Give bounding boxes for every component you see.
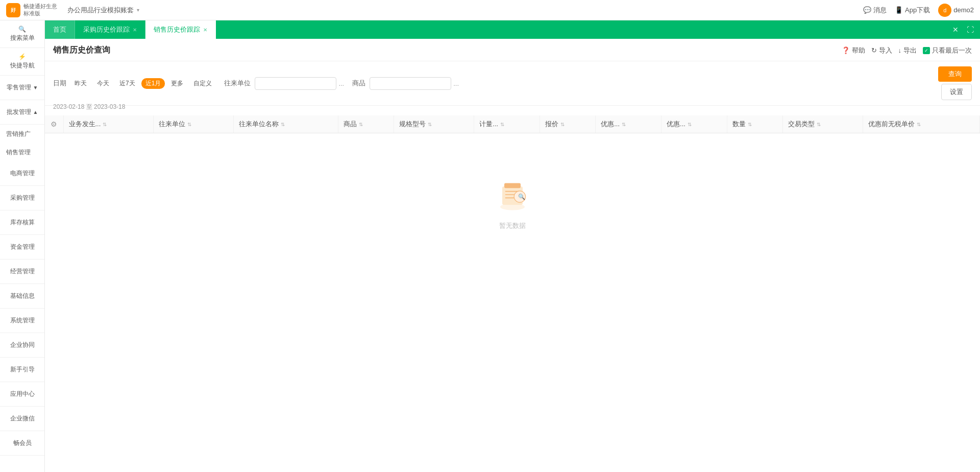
tab-sales-history[interactable]: 销售历史价跟踪 ✕ [145, 20, 216, 39]
logo-text: 畅捷通好生意 标准版 [23, 3, 57, 16]
avatar: d [938, 4, 951, 17]
th-unit[interactable]: 计量... ⇅ [474, 115, 540, 133]
import-button[interactable]: ↻ 导入 [871, 46, 892, 55]
sort-icon-partner-code: ⇅ [187, 122, 191, 127]
query-button[interactable]: 查询 [938, 66, 972, 82]
th-pretax-price[interactable]: 优惠前无税单价 ⇅ [863, 115, 979, 133]
sort-icon-quantity: ⇅ [748, 122, 752, 127]
top-bar: 好 畅捷通好生意 标准版 办公用品行业模拟账套 ▾ 💬 消息 📱 App下载 d… [0, 0, 980, 20]
export-button[interactable]: ↓ 导出 [898, 46, 917, 55]
logo-icon: 好 [6, 3, 20, 17]
top-bar-left: 好 畅捷通好生意 标准版 [6, 3, 57, 17]
app-download-button[interactable]: 📱 App下载 [895, 6, 930, 15]
partner-label: 往来单位 [224, 79, 251, 88]
svg-text:🔍: 🔍 [518, 193, 525, 200]
help-button[interactable]: ❓ 帮助 [842, 46, 865, 55]
date-pills: 昨天 今天 近7天 近1月 更多 自定义 [70, 78, 216, 89]
dropdown-icon[interactable]: ▾ [137, 7, 139, 13]
top-bar-right: 💬 消息 📱 App下载 d demo2 [863, 4, 974, 17]
sidebar-item-search[interactable]: 🔍 搜索菜单 [0, 20, 44, 48]
sidebar-item-operations[interactable]: 经营管理 [0, 259, 44, 284]
table-gear-icon[interactable]: ⚙ [51, 120, 57, 128]
th-partner-name[interactable]: 往来单位名称 ⇅ [234, 115, 338, 133]
message-button[interactable]: 💬 消息 [863, 6, 887, 15]
sidebar: 🔍 搜索菜单 ⚡ 快捷导航 零售管理 ▼ 批发管理 ▲ 营销推广 销售管理 电商… [0, 20, 45, 472]
chevron-down-icon: ▼ [33, 85, 38, 90]
app-title: 办公用品行业模拟账套 [67, 6, 134, 15]
only-last-checkbox[interactable]: ✓ 只看最后一次 [923, 46, 972, 55]
goods-dots-button[interactable]: ... [453, 80, 459, 87]
sidebar-item-guide[interactable]: 新手引导 [0, 358, 44, 382]
filter-buttons: 查询 设置 [938, 66, 972, 100]
search-icon: 🔍 [18, 26, 26, 33]
date-filter-group: 日期 昨天 今天 近7天 近1月 更多 自定义 [53, 78, 216, 89]
filter-settings-button[interactable]: 设置 [941, 84, 972, 100]
filter-bar: 日期 昨天 今天 近7天 近1月 更多 自定义 往来单位 ... [45, 61, 980, 106]
sidebar-item-sales[interactable]: 销售管理 [0, 143, 44, 161]
sidebar-item-wechat[interactable]: 企业微信 [0, 407, 44, 431]
sort-icon-goods: ⇅ [359, 122, 363, 127]
date-today[interactable]: 今天 [93, 78, 113, 89]
tab-purchase-history[interactable]: 采购历史价跟踪 ✕ [75, 20, 145, 39]
th-trade-type[interactable]: 交易类型 ⇅ [783, 115, 863, 133]
data-table: ⚙ 业务发生... ⇅ 往来单位 [45, 115, 980, 133]
tab-bar: 首页 采购历史价跟踪 ✕ 销售历史价跟踪 ✕ ✕ ⛶ [45, 20, 980, 39]
tab-close-purchase[interactable]: ✕ [133, 27, 137, 33]
date-label: 日期 [53, 79, 66, 88]
sidebar-item-finance[interactable]: 资金管理 [0, 235, 44, 259]
th-discount2[interactable]: 优惠... ⇅ [662, 115, 727, 133]
sidebar-item-inventory[interactable]: 库存核算 [0, 210, 44, 235]
sidebar-item-purchase[interactable]: 采购管理 [0, 186, 44, 210]
sidebar-item-retail[interactable]: 零售管理 ▼ [0, 76, 44, 100]
top-bar-center: 办公用品行业模拟账套 ▾ [57, 6, 863, 15]
message-icon: 💬 [863, 6, 871, 14]
partner-dots-button[interactable]: ... [338, 80, 344, 87]
svg-rect-2 [504, 183, 521, 188]
lightning-icon: ⚡ [18, 53, 26, 60]
empty-illustration: 🔍 [492, 174, 533, 215]
th-quote[interactable]: 报价 ⇅ [540, 115, 596, 133]
sidebar-item-wholesale[interactable]: 批发管理 ▲ [0, 100, 44, 125]
maximize-button[interactable]: ⛶ [965, 23, 976, 36]
date-more[interactable]: 更多 [167, 78, 187, 89]
goods-input[interactable] [370, 77, 451, 90]
checkbox-icon: ✓ [923, 47, 930, 54]
empty-state: 🔍 暂无数据 [45, 133, 980, 271]
logo-area: 好 畅捷通好生意 标准版 [6, 3, 57, 17]
sidebar-item-member[interactable]: 畅会员 [0, 431, 44, 456]
th-goods[interactable]: 商品 ⇅ [338, 115, 394, 133]
th-quantity[interactable]: 数量 ⇅ [727, 115, 783, 133]
sort-icon-unit: ⇅ [500, 122, 504, 127]
table-settings-th[interactable]: ⚙ [45, 115, 63, 133]
goods-label: 商品 [352, 79, 365, 88]
sidebar-item-appstore[interactable]: 应用中心 [0, 382, 44, 407]
table-container: ⚙ 业务发生... ⇅ 往来单位 [45, 115, 980, 472]
sort-icon-discount2: ⇅ [688, 122, 692, 127]
date-custom[interactable]: 自定义 [189, 78, 216, 89]
sidebar-item-basic[interactable]: 基础信息 [0, 284, 44, 309]
partner-input[interactable] [255, 77, 336, 90]
tab-home[interactable]: 首页 [45, 20, 75, 39]
date-7days[interactable]: 近7天 [115, 78, 139, 89]
user-profile[interactable]: d demo2 [938, 4, 974, 17]
download-icon: 📱 [895, 6, 903, 14]
sidebar-item-quicknav[interactable]: ⚡ 快捷导航 [0, 48, 44, 76]
sidebar-item-marketing[interactable]: 营销推广 [0, 125, 44, 143]
sidebar-item-enterprise[interactable]: 企业协同 [0, 333, 44, 358]
sort-icon-trade-type: ⇅ [817, 122, 821, 127]
sidebar-item-ecommerce[interactable]: 电商管理 [0, 161, 44, 186]
partner-filter-group: 往来单位 ... [224, 77, 344, 90]
empty-text: 暂无数据 [499, 221, 526, 230]
th-biz-date[interactable]: 业务发生... ⇅ [63, 115, 154, 133]
th-discount1[interactable]: 优惠... ⇅ [596, 115, 662, 133]
date-1month[interactable]: 近1月 [141, 78, 165, 89]
close-all-tabs-button[interactable]: ✕ [950, 23, 961, 36]
sort-icon-pretax-price: ⇅ [917, 122, 921, 127]
tab-close-sales[interactable]: ✕ [203, 27, 207, 33]
page-title: 销售历史价查询 [53, 45, 110, 56]
th-spec[interactable]: 规格型号 ⇅ [394, 115, 474, 133]
sort-icon-spec: ⇅ [428, 122, 432, 127]
sidebar-item-system[interactable]: 系统管理 [0, 309, 44, 333]
th-partner-code[interactable]: 往来单位 ⇅ [154, 115, 234, 133]
date-yesterday[interactable]: 昨天 [70, 78, 91, 89]
